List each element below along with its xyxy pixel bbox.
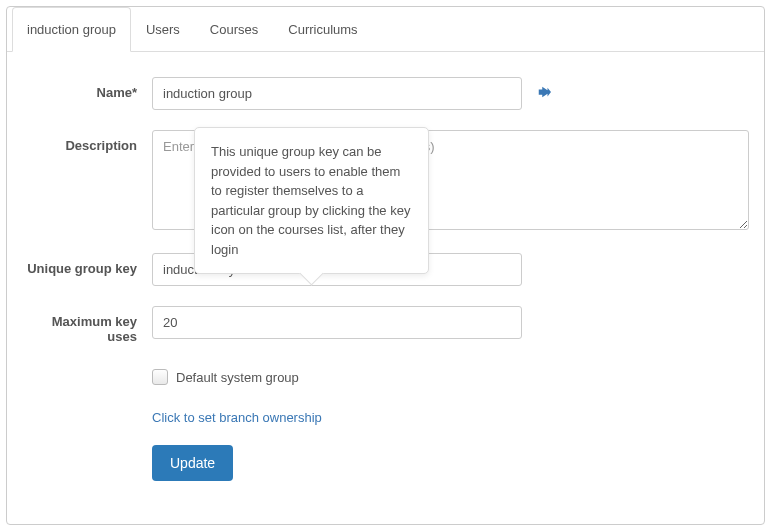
- tab-courses[interactable]: Courses: [195, 7, 273, 52]
- redirect-icon[interactable]: [537, 85, 551, 102]
- row-submit: Update: [22, 445, 749, 481]
- branch-ownership-link[interactable]: Click to set branch ownership: [152, 405, 322, 425]
- update-button[interactable]: Update: [152, 445, 233, 481]
- row-name: Name*: [22, 77, 749, 110]
- tooltip-text: This unique group key can be provided to…: [211, 144, 410, 257]
- tab-users[interactable]: Users: [131, 7, 195, 52]
- max-uses-input[interactable]: [152, 306, 522, 339]
- group-key-label: Unique group key: [22, 253, 152, 276]
- name-label: Name*: [22, 77, 152, 100]
- group-key-tooltip: This unique group key can be provided to…: [194, 127, 429, 274]
- row-default-group: Default system group: [22, 364, 749, 385]
- row-max-uses: Maximum key uses: [22, 306, 749, 344]
- row-branch-link: Click to set branch ownership: [22, 405, 749, 425]
- group-edit-panel: induction group Users Courses Curriculum…: [6, 6, 765, 525]
- name-input[interactable]: [152, 77, 522, 110]
- default-group-checkbox[interactable]: [152, 369, 168, 385]
- tab-bar: induction group Users Courses Curriculum…: [7, 7, 764, 52]
- description-label: Description: [22, 130, 152, 153]
- max-uses-label: Maximum key uses: [22, 306, 152, 344]
- tab-induction-group[interactable]: induction group: [12, 7, 131, 52]
- tab-curriculums[interactable]: Curriculums: [273, 7, 372, 52]
- default-group-label: Default system group: [176, 370, 299, 385]
